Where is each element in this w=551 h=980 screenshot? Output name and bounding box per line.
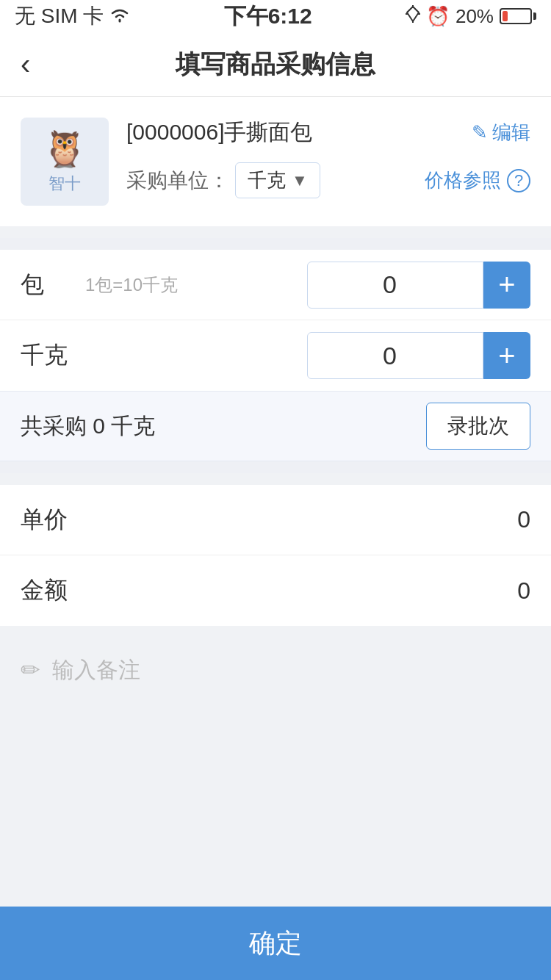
price-ref-help-icon[interactable]: ?	[507, 169, 530, 192]
product-name: [0000006]手撕面包	[126, 118, 312, 148]
summary-text: 共采购 0 千克	[21, 411, 155, 442]
bag-label: 包	[21, 269, 79, 301]
remark-section[interactable]: ✏ 输入备注	[0, 626, 551, 714]
bag-input-row: 包 1包=10千克 +	[0, 250, 551, 320]
confirm-button[interactable]: 确定	[0, 907, 551, 980]
edit-label: 编辑	[492, 120, 530, 145]
bag-input-wrap: +	[307, 262, 530, 309]
location-icon	[406, 5, 420, 28]
input-section: 包 1包=10千克 + 千克 +	[0, 250, 551, 391]
unit-price-row: 单价 0	[0, 485, 551, 555]
back-button[interactable]: ‹	[21, 48, 30, 81]
kg-input-wrap: +	[307, 332, 530, 379]
price-ref-label: 价格参照	[425, 167, 501, 193]
separator-1	[0, 238, 551, 250]
battery-icon	[500, 8, 536, 24]
product-thumb-owl: 🦉	[43, 129, 87, 170]
status-left: 无 SIM 卡	[15, 2, 130, 30]
empty-space	[0, 714, 551, 934]
unit-price-label: 单价	[21, 504, 68, 536]
unit-row: 采购单位： 千克 ▼ 价格参照 ?	[126, 162, 530, 198]
bag-sublabel: 1包=10千克	[85, 273, 307, 297]
product-info: [0000006]手撕面包 ✎ 编辑 采购单位： 千克 ▼ 价格参照 ?	[126, 118, 530, 198]
kg-plus-button[interactable]: +	[483, 332, 530, 379]
status-right: ⏰ 20%	[406, 5, 536, 28]
amount-label: 金额	[21, 574, 68, 607]
bag-plus-button[interactable]: +	[483, 262, 530, 309]
remark-placeholder: 输入备注	[52, 655, 140, 685]
unit-value: 千克	[248, 167, 286, 193]
status-time: 下午6:12	[224, 1, 312, 32]
unit-select[interactable]: 千克 ▼	[235, 162, 320, 198]
wifi-icon	[109, 4, 130, 28]
price-ref-button[interactable]: 价格参照 ?	[425, 167, 530, 193]
nav-bar: ‹ 填写商品采购信息	[0, 32, 551, 97]
status-bar: 无 SIM 卡 下午6:12 ⏰ 20%	[0, 0, 551, 32]
batch-button[interactable]: 录批次	[426, 403, 530, 450]
sim-label: 无 SIM 卡	[15, 2, 104, 30]
edit-button[interactable]: ✎ 编辑	[472, 120, 530, 145]
product-name-row: [0000006]手撕面包 ✎ 编辑	[126, 118, 530, 148]
unit-price-value: 0	[517, 506, 530, 533]
amount-row: 金额 0	[0, 555, 551, 626]
product-thumbnail: 🦉 智十	[21, 118, 109, 206]
product-card: 🦉 智十 [0000006]手撕面包 ✎ 编辑 采购单位： 千克 ▼	[0, 97, 551, 226]
edit-icon: ✎	[472, 121, 488, 144]
pencil-icon: ✏	[21, 656, 40, 684]
separator-2	[0, 461, 551, 473]
price-info-section: 单价 0 金额 0	[0, 485, 551, 626]
page-title: 填写商品采购信息	[176, 48, 375, 82]
kg-input-row: 千克 +	[0, 320, 551, 391]
amount-value: 0	[517, 577, 530, 605]
kg-input[interactable]	[307, 332, 483, 379]
kg-label: 千克	[21, 339, 79, 372]
alarm-icon: ⏰	[426, 5, 450, 28]
summary-row: 共采购 0 千克 录批次	[0, 391, 551, 461]
battery-percent: 20%	[455, 5, 494, 28]
bag-input[interactable]	[307, 262, 483, 309]
unit-label: 采购单位：	[126, 167, 229, 195]
product-thumb-label: 智十	[48, 173, 81, 195]
unit-dropdown-arrow: ▼	[292, 171, 308, 190]
